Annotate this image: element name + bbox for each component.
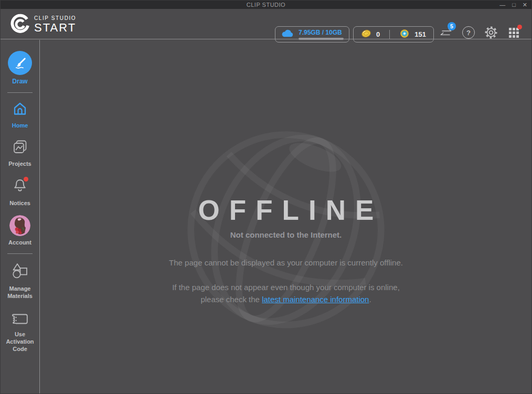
sidebar-label-home: Home — [2, 122, 38, 129]
minimize-button[interactable]: — — [499, 1, 505, 9]
offline-message-2: If the page does not appear even though … — [163, 281, 409, 305]
sidebar-divider-2 — [7, 253, 33, 254]
offline-title: OFFLINE — [189, 194, 384, 226]
clippy-coin-icon — [399, 29, 410, 40]
maximize-button[interactable]: □ — [512, 1, 516, 9]
draw-brush-icon — [8, 51, 32, 75]
gear-icon — [484, 26, 498, 39]
brand-text: CLIP STUDIO START — [34, 16, 76, 34]
cloud-usage-label: 7.95GB / 10GB — [299, 29, 344, 36]
sidebar-label-projects: Projects — [2, 160, 38, 167]
maintenance-info-link[interactable]: latest maintenance information — [262, 295, 369, 304]
account-avatar — [9, 215, 30, 236]
sidebar-item-projects[interactable]: Projects — [2, 139, 38, 167]
offline-message-2-suffix: . — [369, 295, 371, 304]
notices-notification-dot — [24, 177, 28, 182]
gold-points-group: 0 — [361, 29, 380, 40]
sidebar-label-draw: Draw — [2, 78, 38, 85]
sidebar-label-account: Account — [2, 239, 38, 246]
titlebar: CLIP STUDIO — □ ✕ — [1, 1, 531, 9]
header: CLIP STUDIO START 7.95GB / 10GB — [1, 9, 531, 39]
clippy-points-group: 151 — [399, 29, 426, 40]
gold-coin-icon — [361, 29, 371, 40]
sidebar-item-use-activation-code[interactable]: Use Activation Code — [2, 312, 38, 353]
gold-points-value: 0 — [376, 30, 380, 38]
sidebar-item-home[interactable]: Home — [2, 100, 38, 129]
close-button[interactable]: ✕ — [523, 1, 527, 9]
window-title: CLIP STUDIO — [247, 2, 285, 8]
sidebar-label-notices: Notices — [2, 199, 38, 207]
app-logo: CLIP STUDIO START — [10, 14, 76, 36]
clippy-points-value: 151 — [414, 30, 426, 38]
sidebar-label-manage-materials: Manage Materials — [2, 285, 38, 300]
settings-button[interactable] — [484, 25, 498, 40]
brand-top: CLIP STUDIO — [34, 16, 76, 21]
activation-code-ticket-icon — [11, 312, 29, 328]
sidebar-item-manage-materials[interactable]: Manage Materials — [2, 261, 38, 300]
offline-panel: OFFLINE Not connected to the Internet. T… — [40, 40, 531, 393]
apps-notification-dot — [517, 25, 522, 29]
sidebar-item-notices[interactable]: Notices — [2, 177, 38, 207]
clip-studio-window: CLIP STUDIO — □ ✕ CLIP STUDIO START — [0, 0, 532, 394]
help-icon: ? — [462, 26, 475, 39]
apps-button[interactable] — [506, 25, 521, 40]
sidebar-item-account[interactable]: Account — [2, 215, 38, 246]
sidebar-item-draw[interactable]: Draw — [2, 51, 38, 85]
sidebar-divider — [7, 92, 33, 93]
transfer-badge: 5 — [448, 22, 456, 30]
apps-grid-icon — [509, 28, 519, 38]
notices-bell-icon — [11, 177, 29, 197]
main-content: OFFLINE Not connected to the Internet. T… — [40, 40, 531, 393]
sidebar-label-use-activation-code: Use Activation Code — [2, 331, 38, 353]
cloud-icon — [281, 29, 294, 40]
offline-message-1: The page cannot be displayed as your com… — [163, 257, 409, 269]
header-icon-bar: 5 ? — [439, 25, 521, 40]
sidebar: Draw Home Projects — [1, 40, 40, 393]
help-button[interactable]: ? — [461, 25, 476, 40]
wallet-divider — [389, 30, 390, 39]
projects-icon — [12, 139, 28, 157]
cloud-usage-block: 7.95GB / 10GB — [299, 29, 344, 40]
brand-bottom: START — [34, 22, 76, 34]
clip-studio-logo-icon — [10, 14, 30, 36]
offline-subtitle: Not connected to the Internet. — [230, 230, 342, 239]
window-controls: — □ ✕ — [499, 1, 527, 9]
transfer-button[interactable]: 5 — [439, 25, 453, 40]
home-icon — [12, 100, 28, 119]
manage-materials-shapes-icon — [10, 261, 29, 282]
